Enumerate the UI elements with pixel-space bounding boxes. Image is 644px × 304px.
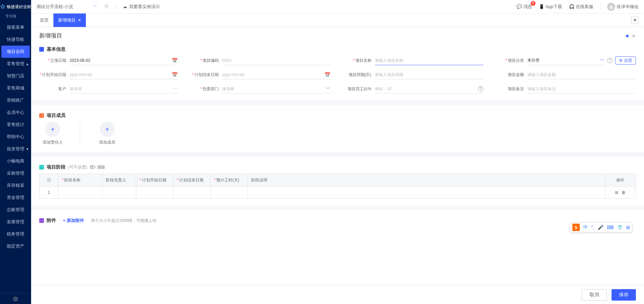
tab-new-project[interactable]: 新增项目 ✕ bbox=[53, 14, 86, 27]
add-member-label: 添加成员 bbox=[99, 140, 115, 145]
project-category-select[interactable] bbox=[527, 56, 605, 65]
app-download[interactable]: 📱 App下载 bbox=[539, 4, 562, 10]
sidebar-item-12[interactable]: 采购管理 bbox=[0, 167, 31, 179]
calendar-icon[interactable]: 📅 bbox=[172, 58, 177, 63]
remark-input[interactable] bbox=[527, 84, 636, 94]
demo-link[interactable]: ☁ 我要看实例演示 bbox=[123, 4, 160, 10]
ime-keyboard-icon[interactable]: ⌨ bbox=[607, 225, 614, 230]
clear-stages-link[interactable]: ⌦ 清除 bbox=[90, 164, 105, 170]
sidebar-item-10[interactable]: 批发管理▼ bbox=[0, 143, 31, 155]
ime-toolbar[interactable]: S 中 °, 🎤 ⌨ 👕 ⊞ bbox=[570, 222, 633, 232]
sogou-icon: S bbox=[572, 224, 580, 231]
sidebar-settings[interactable] bbox=[0, 293, 31, 304]
close-all-button[interactable]: ✕ bbox=[631, 17, 639, 24]
chevron-down-icon: ﹀ bbox=[93, 4, 97, 9]
chevron-down-icon[interactable]: ﹀ bbox=[600, 57, 604, 64]
sidebar-item-16[interactable]: 发票管理 bbox=[0, 216, 31, 228]
completion-pct-input[interactable] bbox=[375, 84, 483, 94]
ime-punct-icon[interactable]: °, bbox=[591, 225, 595, 230]
sidebar-item-11[interactable]: 小畅电商 bbox=[0, 155, 31, 167]
department-select[interactable] bbox=[222, 84, 331, 94]
add-member-button[interactable]: + bbox=[100, 122, 115, 137]
sidebar-item-6[interactable]: 营销推广 bbox=[0, 94, 31, 106]
sidebar-item-8[interactable]: 零售统计 bbox=[0, 119, 31, 131]
settings-button[interactable]: ⚙ 设置 bbox=[615, 56, 636, 65]
section-icon bbox=[39, 113, 44, 118]
col-stage-desc: 阶段说明 bbox=[248, 174, 605, 186]
prev-page-icon[interactable]: ◀ bbox=[625, 33, 628, 38]
sidebar-item-14[interactable]: 资金管理 bbox=[0, 192, 31, 204]
plan-end-input[interactable] bbox=[222, 70, 331, 79]
col-stage-name: *阶段名称 bbox=[58, 174, 102, 186]
next-page-icon[interactable]: ▶ bbox=[633, 33, 636, 38]
gear-icon[interactable] bbox=[104, 4, 109, 9]
sidebar-item-7[interactable]: 会员中心 bbox=[0, 106, 31, 119]
sidebar-item-18[interactable]: 固定资产 bbox=[0, 240, 31, 252]
calendar-icon[interactable]: 📅 bbox=[325, 72, 330, 77]
sidebar-item-9[interactable]: 帮助中心 bbox=[0, 131, 31, 143]
message-badge: 8 bbox=[531, 1, 535, 6]
project-amount-input[interactable] bbox=[527, 70, 636, 79]
sidebar-item-13[interactable]: 库存核算 bbox=[0, 179, 31, 192]
ime-mic-icon[interactable]: 🎤 bbox=[598, 225, 603, 230]
project-date-input[interactable] bbox=[70, 56, 178, 65]
sidebar-item-5[interactable]: 零售商城 bbox=[0, 82, 31, 94]
calendar-icon[interactable]: 📅 bbox=[172, 72, 177, 77]
row-index: 1 bbox=[40, 186, 58, 198]
sidebar-item-15[interactable]: 总账管理 bbox=[0, 204, 31, 216]
user-menu[interactable]: 徐泽华修改 bbox=[607, 3, 639, 11]
cancel-button[interactable]: 取消 bbox=[582, 289, 607, 301]
section-icon bbox=[39, 218, 44, 223]
help-icon[interactable]: ? bbox=[478, 86, 483, 92]
project-period-input[interactable] bbox=[375, 70, 483, 79]
ime-more-icon[interactable]: ⊞ bbox=[626, 225, 630, 230]
attach-hint: 单个大小不超过200MB，可拖拽上传 bbox=[91, 218, 157, 224]
table-row[interactable]: 1 ⊞ 🗑 bbox=[40, 186, 636, 198]
more-icon[interactable]: ⋯ bbox=[173, 86, 177, 92]
customer-select[interactable] bbox=[70, 84, 178, 94]
col-stage-owner: 阶段负责人 bbox=[102, 174, 136, 186]
svg-point-3 bbox=[48, 179, 50, 181]
stages-table: *阶段名称 阶段负责人 *计划开始日期 *计划结束日期 *预计工时(天) 阶段说… bbox=[39, 174, 636, 199]
chevron-down-icon[interactable]: ﹀ bbox=[326, 86, 330, 92]
sidebar-item-0[interactable]: 搜索菜单 bbox=[0, 21, 31, 33]
help-icon[interactable]: ? bbox=[607, 58, 613, 63]
sidebar-item-17[interactable]: 税务管理 bbox=[0, 228, 31, 240]
sidebar-item-2[interactable]: 项目合同 bbox=[1, 46, 30, 58]
online-service[interactable]: 🎧 在线客服 bbox=[569, 4, 593, 10]
sidebar-item-4[interactable]: 智慧门店 bbox=[0, 70, 31, 82]
add-attachment-link[interactable]: + 添加附件 bbox=[63, 218, 84, 224]
add-row-icon[interactable]: ⊞ bbox=[615, 190, 618, 195]
sidebar-item-3[interactable]: 零售管理▲ bbox=[0, 58, 31, 70]
save-button[interactable]: 保存 bbox=[612, 289, 636, 301]
sidebar-item-1[interactable]: 快捷导航 bbox=[0, 33, 31, 46]
tab-home[interactable]: 首页 bbox=[35, 14, 53, 27]
close-icon[interactable]: ✕ bbox=[78, 18, 81, 23]
workflow-select[interactable]: 测试分开流程-小况 ﹀ bbox=[37, 4, 97, 10]
section-icon bbox=[39, 165, 44, 170]
svg-point-1 bbox=[106, 5, 107, 7]
project-name-input[interactable] bbox=[375, 56, 483, 65]
ime-skin-icon[interactable]: 👕 bbox=[617, 225, 623, 230]
plan-start-input[interactable] bbox=[70, 70, 178, 79]
messages[interactable]: 💬 消息 8 bbox=[517, 4, 532, 10]
section-title-members: 项目成员 bbox=[47, 112, 66, 119]
footer-bar: 取消 保存 bbox=[31, 285, 644, 304]
svg-point-2 bbox=[611, 5, 612, 7]
project-code-input[interactable] bbox=[222, 56, 331, 65]
svg-point-0 bbox=[15, 298, 16, 300]
tab-bar: 首页 新增项目 ✕ ✕ bbox=[31, 14, 644, 27]
ime-lang[interactable]: 中 bbox=[583, 224, 588, 230]
col-settings[interactable] bbox=[40, 174, 58, 186]
section-title-attach: 附件 bbox=[47, 218, 56, 224]
avatar bbox=[607, 3, 615, 11]
edition-label: 专业版 bbox=[0, 14, 31, 21]
nav-list: 搜索菜单快捷导航项目合同零售管理▲智慧门店零售商城营销推广会员中心零售统计帮助中… bbox=[0, 21, 31, 293]
delete-row-icon[interactable]: 🗑 bbox=[622, 190, 626, 195]
chat-icon: 💬 bbox=[517, 4, 522, 9]
section-icon bbox=[39, 47, 44, 52]
add-owner-button[interactable]: + bbox=[45, 122, 60, 137]
col-plan-start: *计划开始日期 bbox=[136, 174, 173, 186]
topbar: 测试分开流程-小况 ﹀ ☁ 我要看实例演示 💬 消息 8 📱 App下载 bbox=[31, 0, 644, 14]
phone-icon: 📱 bbox=[539, 4, 544, 9]
